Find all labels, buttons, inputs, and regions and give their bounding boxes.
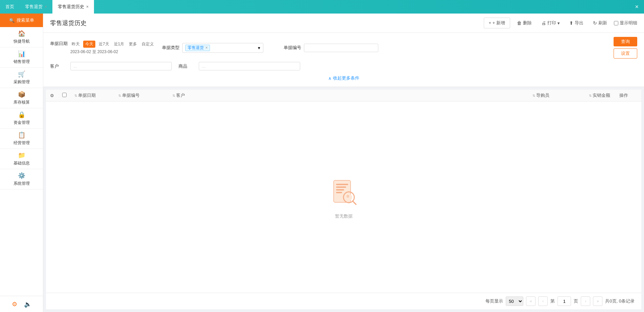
bill-type-select[interactable]: 零售退货 × ▾ bbox=[182, 43, 263, 53]
page-number-input[interactable] bbox=[557, 296, 571, 306]
page-last-btn[interactable]: » bbox=[593, 296, 602, 306]
bill-type-filter: 单据类型 零售退货 × ▾ bbox=[162, 43, 277, 53]
delete-button[interactable]: 🗑 删除 bbox=[514, 19, 534, 27]
quick-nav-icon: 🏠 bbox=[18, 30, 25, 37]
refresh-label: 刷新 bbox=[598, 20, 607, 26]
date-options: 昨天 今天 近7天 近1月 更多 自定义 bbox=[70, 41, 155, 48]
sidebar-item-basic-info[interactable]: 📁 基础信息 bbox=[0, 149, 43, 169]
page-prev-btn[interactable]: ‹ bbox=[538, 296, 548, 306]
table-col-customer[interactable]: ⇅ 客户 bbox=[172, 92, 532, 98]
date-filter: 单据日期 昨天 今天 近7天 近1月 更多 自定义 2023-06-02 至 2… bbox=[50, 41, 155, 55]
query-button[interactable]: 查询 bbox=[614, 37, 637, 46]
search-icon: 🔍 bbox=[9, 18, 15, 23]
top-bar: 首页 零售退货 × 零售退货历史 × × bbox=[0, 0, 644, 14]
bill-no-filter: 单据编号 bbox=[284, 44, 378, 52]
tab-retail-return[interactable]: 零售退货 × bbox=[20, 0, 52, 14]
window-close-button[interactable]: × bbox=[629, 3, 644, 10]
add-icon: + bbox=[489, 20, 492, 25]
sidebar-item-sys-label: 系统管理 bbox=[14, 181, 30, 186]
goods-filter: 商品 ... bbox=[178, 62, 300, 70]
customer-input[interactable]: ... bbox=[70, 62, 172, 70]
filter-area: 单据日期 昨天 今天 近7天 近1月 更多 自定义 2023-06-02 至 2… bbox=[43, 33, 644, 87]
filter-row-2: 客户 ... 商品 ... bbox=[50, 62, 637, 70]
date-opt-yesterday[interactable]: 昨天 bbox=[70, 41, 81, 48]
main-layout: 🔍 搜索菜单 🏠 快捷导航 📊 销售管理 🛒 采购管理 📦 库存核算 🔒 bbox=[0, 14, 644, 312]
date-opt-1month[interactable]: 近1月 bbox=[113, 41, 126, 48]
tab-retail-return-close[interactable]: × bbox=[45, 4, 47, 9]
col-amount-sort-icon: ⇅ bbox=[589, 94, 592, 97]
table-col-date[interactable]: ⇅ 单据日期 bbox=[74, 92, 118, 98]
table-col-guide[interactable]: ⇅ 导购员 bbox=[532, 92, 576, 98]
date-opt-more[interactable]: 更多 bbox=[127, 41, 138, 48]
show-detail-checkbox-label[interactable]: 显示明细 bbox=[614, 20, 637, 26]
export-button[interactable]: ⬆ 导出 bbox=[567, 19, 586, 27]
date-opt-7days[interactable]: 近7天 bbox=[97, 41, 111, 48]
goods-input[interactable]: ... bbox=[199, 62, 300, 70]
page-title: 零售退货历史 bbox=[50, 19, 87, 27]
sidebar-item-inventory[interactable]: 📦 库存核算 bbox=[0, 88, 43, 108]
svg-point-6 bbox=[345, 194, 352, 201]
sidebar-item-basic-info-label: 基础信息 bbox=[14, 160, 30, 166]
goods-ellipsis: ... bbox=[202, 64, 206, 69]
collapse-label: 收起更多条件 bbox=[333, 75, 359, 81]
date-opt-today[interactable]: 今天 bbox=[83, 41, 95, 48]
empty-illustration bbox=[327, 175, 361, 209]
sidebar-item-sales-mgmt[interactable]: 📊 销售管理 bbox=[0, 47, 43, 68]
print-button[interactable]: 🖨 打印 ▾ bbox=[539, 19, 563, 27]
tab-list: 首页 零售退货 × 零售退货历史 × bbox=[0, 0, 629, 14]
table-select-all[interactable] bbox=[62, 93, 67, 97]
export-icon: ⬆ bbox=[569, 20, 573, 26]
sidebar-item-purchase-mgmt[interactable]: 🛒 采购管理 bbox=[0, 68, 43, 88]
query-action-group: 查询 设置 bbox=[614, 37, 637, 59]
show-detail-label: 显示明细 bbox=[620, 20, 637, 26]
collapse-toggle[interactable]: ∧ 收起更多条件 bbox=[50, 74, 637, 83]
sys-icon: ⚙️ bbox=[18, 172, 25, 179]
basic-info-icon: 📁 bbox=[18, 152, 25, 159]
tab-retail-return-history[interactable]: 零售退货历史 × bbox=[52, 0, 94, 14]
customer-filter: 客户 ... bbox=[50, 62, 172, 70]
svg-rect-3 bbox=[336, 189, 344, 191]
audio-bottom-btn[interactable]: 🔈 bbox=[24, 300, 31, 308]
per-page-label: 每页显示 bbox=[485, 298, 503, 304]
page-first-btn[interactable]: « bbox=[526, 296, 535, 306]
table-settings-icon[interactable]: ⚙ bbox=[50, 93, 54, 98]
col-guide-label: 导购员 bbox=[536, 92, 549, 98]
svg-line-7 bbox=[353, 201, 356, 204]
col-customer-label: 客户 bbox=[176, 92, 185, 98]
date-range-display: 2023-06-02 至 2023-06-02 bbox=[70, 49, 155, 55]
inventory-icon: 📦 bbox=[18, 91, 25, 98]
show-detail-checkbox[interactable] bbox=[614, 21, 618, 25]
filter-row-1: 单据日期 昨天 今天 近7天 近1月 更多 自定义 2023-06-02 至 2… bbox=[50, 37, 637, 59]
add-button[interactable]: + + 新增 bbox=[484, 18, 510, 28]
sidebar-item-inventory-label: 库存核算 bbox=[14, 99, 30, 105]
customer-ellipsis: ... bbox=[73, 64, 77, 69]
sidebar-item-finance[interactable]: 🔒 资金管理 bbox=[0, 108, 43, 129]
purchase-icon: 🛒 bbox=[18, 70, 25, 78]
date-opt-custom[interactable]: 自定义 bbox=[140, 41, 155, 48]
set-button[interactable]: 设置 bbox=[614, 48, 637, 59]
sidebar-search[interactable]: 🔍 搜索菜单 bbox=[0, 14, 43, 27]
tab-home[interactable]: 首页 bbox=[0, 0, 20, 14]
export-label: 导出 bbox=[575, 20, 583, 26]
print-chevron-icon: ▾ bbox=[557, 21, 560, 26]
col-customer-sort-icon: ⇅ bbox=[172, 94, 175, 97]
page-next-btn[interactable]: › bbox=[581, 296, 590, 306]
sidebar-item-sys-mgmt[interactable]: ⚙️ 系统管理 bbox=[0, 169, 43, 190]
table-col-billno[interactable]: ⇅ 单据编号 bbox=[118, 92, 172, 98]
settings-bottom-btn[interactable]: ⚙ bbox=[12, 300, 17, 308]
bill-type-tag-remove[interactable]: × bbox=[205, 45, 208, 50]
svg-rect-2 bbox=[336, 186, 346, 188]
table-col-amount[interactable]: ⇅ 实销金额 bbox=[576, 92, 610, 98]
sidebar-item-operations[interactable]: 📋 经营管理 bbox=[0, 129, 43, 149]
tab-retail-return-history-close[interactable]: × bbox=[86, 4, 89, 9]
sidebar-item-quick-nav[interactable]: 🏠 快捷导航 bbox=[0, 27, 43, 47]
header-actions: + + 新增 🗑 删除 🖨 打印 ▾ ⬆ 导出 ↻ bbox=[484, 18, 637, 28]
delete-icon: 🗑 bbox=[517, 20, 522, 26]
bill-no-input[interactable] bbox=[304, 44, 378, 52]
goods-label: 商品 bbox=[178, 63, 196, 69]
print-icon: 🖨 bbox=[541, 20, 546, 26]
per-page-select[interactable]: 10 20 50 100 bbox=[506, 296, 523, 306]
refresh-button[interactable]: ↻ 刷新 bbox=[590, 19, 610, 27]
date-filter-label: 单据日期 bbox=[50, 41, 68, 47]
sidebar-item-finance-label: 资金管理 bbox=[14, 120, 30, 126]
